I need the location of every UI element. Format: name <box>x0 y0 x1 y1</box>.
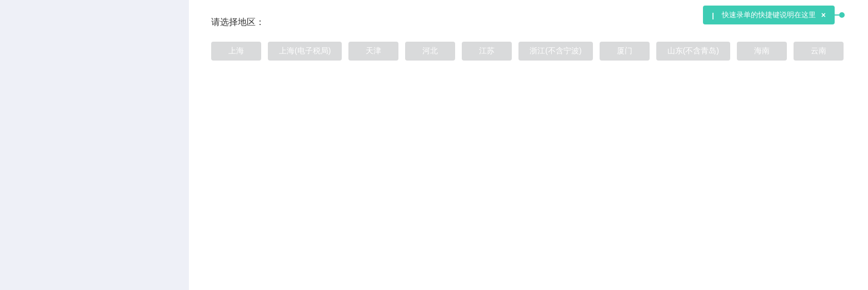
region-buttons: 上海上海(电子税局)天津河北江苏浙江(不含宁波)厦门山东(不含青岛)海南云南 <box>211 42 846 61</box>
region-button-xiamen[interactable]: 厦门 <box>600 42 650 61</box>
region-button-jiangsu[interactable]: 江苏 <box>462 42 512 61</box>
tooltip-dot <box>839 12 845 18</box>
tooltip-close-button[interactable]: × <box>821 11 826 19</box>
region-button-hebei[interactable]: 河北 <box>405 42 455 61</box>
region-button-zhejiang[interactable]: 浙江(不含宁波) <box>518 42 592 61</box>
region-button-shanghai-etax[interactable]: 上海(电子税局) <box>268 42 342 61</box>
region-button-shandong[interactable]: 山东(不含青岛) <box>656 42 730 61</box>
main-content: 请选择地区： 上海上海(电子税局)天津河北江苏浙江(不含宁波)厦门山东(不含青岛… <box>189 0 868 290</box>
region-button-yunnan[interactable]: 云南 <box>794 42 844 61</box>
tooltip-banner: 快速录单的快捷键说明在这里 × <box>703 6 835 24</box>
region-button-tianjin[interactable]: 天津 <box>348 42 398 61</box>
tooltip-line <box>829 14 839 16</box>
tooltip-text: 快速录单的快捷键说明在这里 <box>722 10 816 20</box>
region-button-hainan[interactable]: 海南 <box>737 42 787 61</box>
region-button-shanghai[interactable]: 上海 <box>211 42 261 61</box>
left-sidebar <box>0 0 189 290</box>
